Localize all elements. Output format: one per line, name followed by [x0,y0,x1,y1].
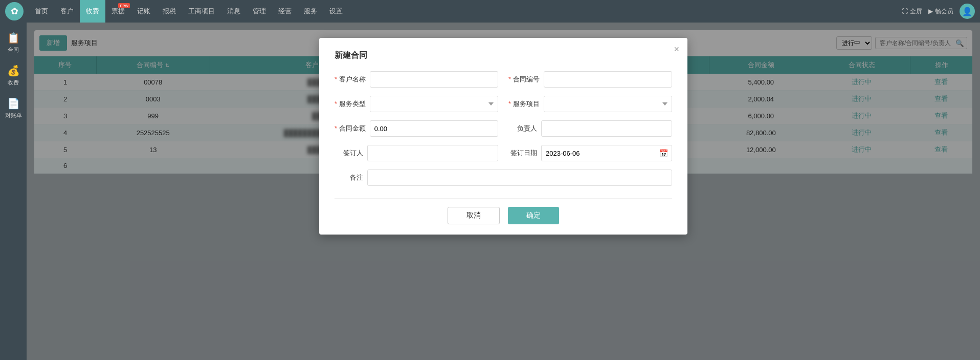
modal-title: 新建合同 [335,50,672,61]
modal-form: 客户名称 合同编号 服务类型 服务项目 [335,71,672,186]
modal-footer: 取消 确定 [335,198,672,224]
customer-name-input[interactable] [370,71,498,88]
remark-input[interactable] [367,170,672,186]
new-badge: new [118,3,130,8]
fullscreen-icon: ⛶ [902,8,908,15]
confirm-button[interactable]: 确定 [508,207,559,224]
reconciliation-icon: 📄 [7,97,20,110]
nav-message[interactable]: 消息 [221,0,247,23]
new-contract-modal: 新建合同 × 客户名称 合同编号 服务类型 [319,38,687,235]
sign-date-input[interactable] [541,145,672,161]
responsible-row: 负责人 [508,120,672,137]
nav-customer[interactable]: 客户 [54,0,80,23]
nav-business[interactable]: 工商项目 [182,0,221,23]
nav-tax[interactable]: 报税 [157,0,182,23]
nav-right-actions: ⛶ 全屏 ▶ 畅会员 👤 [902,4,975,19]
sidebar-item-contract[interactable]: 📋 合同 [2,28,25,58]
nav-settings[interactable]: 设置 [323,0,349,23]
contract-no-input[interactable] [544,71,672,88]
date-input-wrapper: 📅 [541,145,672,161]
nav-operation[interactable]: 经营 [272,0,298,23]
billing-icon: 💰 [7,65,20,77]
amount-row: 合同金额 [335,120,498,137]
contract-icon: 📋 [7,32,20,44]
modal-close-button[interactable]: × [674,44,679,55]
contract-no-label: 合同编号 [508,75,540,84]
nav-service[interactable]: 服务 [298,0,323,23]
amount-label: 合同金额 [335,124,366,133]
nav-invoice[interactable]: 票据 new [105,0,131,23]
nav-bookkeeping[interactable]: 记账 [131,0,157,23]
top-navigation: ✿ 首页 客户 收费 票据 new 记账 报税 工商项目 消息 管理 经营 服务… [0,0,980,23]
service-item-select[interactable] [544,96,672,112]
service-item-label: 服务项目 [508,99,540,109]
amount-input[interactable] [370,120,498,137]
service-type-label: 服务类型 [335,99,366,109]
customer-name-label: 客户名称 [335,75,366,84]
nav-billing[interactable]: 收费 [80,0,105,23]
service-type-row: 服务类型 [335,96,498,112]
main-layout: 📋 合同 💰 收费 📄 对账单 新增 服务项目 进行中 [0,23,980,360]
app-logo: ✿ [5,2,24,20]
avatar[interactable]: 👤 [960,4,975,19]
sidebar-item-billing[interactable]: 💰 收费 [2,60,25,91]
nav-manage[interactable]: 管理 [247,0,272,23]
customer-name-row: 客户名称 [335,71,498,88]
signer-label: 签订人 [335,149,363,158]
nav-home[interactable]: 首页 [29,0,54,23]
content-area: 新增 服务项目 进行中 🔍 序号 [27,23,980,360]
signer-row: 签订人 [335,145,498,161]
nav-menu: 首页 客户 收费 票据 new 记账 报税 工商项目 消息 管理 经营 服务 设… [29,0,902,23]
responsible-input[interactable] [541,120,672,137]
service-type-select[interactable] [370,96,498,112]
sidebar: 📋 合同 💰 收费 📄 对账单 [0,23,27,360]
fullscreen-button[interactable]: ⛶ 全屏 [902,7,922,16]
member-button[interactable]: ▶ 畅会员 [928,7,953,16]
sign-date-row: 签订日期 📅 [508,145,672,161]
remark-label: 备注 [335,173,363,182]
cancel-button[interactable]: 取消 [448,207,500,224]
remark-row: 备注 [335,170,672,186]
modal-overlay: 新建合同 × 客户名称 合同编号 服务类型 [27,23,980,360]
service-item-row: 服务项目 [508,96,672,112]
signer-input[interactable] [367,145,498,161]
sign-date-label: 签订日期 [508,149,537,158]
play-icon: ▶ [928,8,933,15]
sidebar-item-reconciliation[interactable]: 📄 对账单 [2,93,25,123]
responsible-label: 负责人 [508,124,537,133]
contract-no-row: 合同编号 [508,71,672,88]
